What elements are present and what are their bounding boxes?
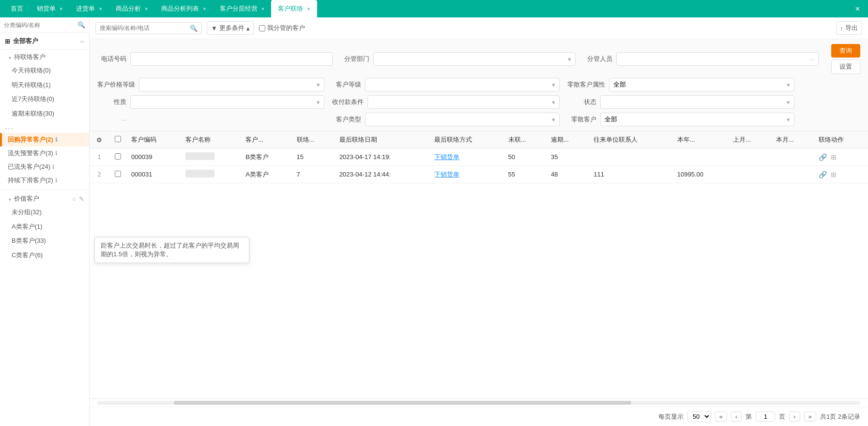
search-box[interactable]: 🔍 bbox=[95, 22, 202, 34]
sidebar-item-c-class[interactable]: C类客户(6) bbox=[0, 248, 89, 263]
filter-form: 电话号码 分管部门 分管人员 ··· bbox=[90, 39, 868, 132]
filter-manager: 分管人员 ··· bbox=[583, 52, 819, 66]
sidebar-item-ungroup[interactable]: 未分组(32) bbox=[0, 205, 89, 220]
nav-item-analysis[interactable]: 商品分析 × bbox=[109, 0, 154, 17]
col-code-header: 客户编码 bbox=[126, 132, 181, 148]
overdue-label: 逾期未联络(30) bbox=[12, 110, 54, 117]
next-page-btn[interactable]: › bbox=[789, 411, 800, 422]
row1-checkbox[interactable] bbox=[109, 148, 126, 166]
nature-chevron bbox=[317, 99, 320, 106]
sidebar-item-7days[interactable]: 近7天待联络(0) bbox=[0, 92, 89, 106]
nav-close-customer-layer[interactable]: × bbox=[261, 0, 264, 17]
more-label[interactable]: ... bbox=[5, 122, 14, 131]
filter-nature: 性质 bbox=[97, 95, 324, 109]
collapse-icon[interactable]: ‹‹ bbox=[80, 38, 84, 45]
row2-checkbox[interactable] bbox=[109, 166, 126, 183]
nav-item-sales[interactable]: 销货单 × bbox=[30, 0, 69, 17]
row2-more-icon[interactable]: ⊞ bbox=[831, 171, 837, 178]
sidebar-all-customers[interactable]: ⊞ 全部客户 ‹‹ bbox=[0, 33, 89, 50]
payment-select[interactable] bbox=[367, 95, 559, 109]
sidebar-item-b-class[interactable]: B类客户(33) bbox=[0, 234, 89, 248]
sidebar-item-lost[interactable]: 已流失客户(24) ℹ bbox=[0, 160, 89, 174]
customer-level-select[interactable] bbox=[365, 78, 559, 91]
sidebar-item-abnormal[interactable]: 回购异常客户(2) ℹ bbox=[0, 133, 89, 147]
row1-last-method[interactable]: 下销货单 bbox=[429, 148, 503, 166]
per-page-label: 每页显示 bbox=[658, 412, 684, 421]
filter-phone: 电话号码 bbox=[97, 52, 333, 66]
window-close-button[interactable]: ✕ bbox=[851, 3, 864, 15]
nav-item-home[interactable]: 首页 bbox=[4, 0, 30, 17]
nature-select[interactable] bbox=[130, 95, 324, 109]
nav-close-sales[interactable]: × bbox=[60, 0, 62, 17]
my-customers-checkbox[interactable]: 我分管的客户 bbox=[259, 24, 305, 32]
col-settings[interactable]: ⚙ bbox=[90, 132, 109, 148]
row1-num: 1 bbox=[90, 148, 109, 166]
select-all-checkbox[interactable] bbox=[115, 136, 121, 142]
filter-scatter-customer: 零散客户 全部 bbox=[567, 113, 794, 126]
nav-close-purchase[interactable]: × bbox=[99, 0, 102, 17]
nav-close-analysis[interactable]: × bbox=[145, 0, 148, 17]
nav-close-customer-contact[interactable]: × bbox=[307, 0, 310, 17]
row2-last-method[interactable]: 下销货单 bbox=[429, 166, 503, 183]
row1-name bbox=[181, 148, 241, 166]
query-button[interactable]: 查询 bbox=[831, 44, 860, 58]
my-customers-check[interactable] bbox=[259, 25, 265, 31]
value-customer-more[interactable]: ○ bbox=[72, 195, 76, 203]
settings-button[interactable]: 设置 bbox=[831, 59, 860, 74]
continuous-down-info-icon[interactable]: ℹ bbox=[55, 177, 58, 184]
page-size-select[interactable]: 50 bbox=[687, 411, 711, 422]
nav-item-customer-contact[interactable]: 客户联络 × bbox=[271, 0, 317, 17]
sidebar-item-tomorrow[interactable]: 明天待联络(1) bbox=[0, 78, 89, 92]
sidebar-search-input[interactable] bbox=[4, 22, 77, 29]
lost-pre-info-icon[interactable]: ℹ bbox=[55, 150, 58, 157]
row1-more-icon[interactable]: ⊞ bbox=[831, 153, 837, 161]
first-page-btn[interactable]: « bbox=[715, 411, 727, 422]
sidebar-item-continuous-down[interactable]: 持续下滑客户(2) ℹ bbox=[0, 174, 89, 187]
sidebar-item-lost-pre[interactable]: 流失预警客户(3) ℹ bbox=[0, 147, 89, 160]
nav-item-customer-layer[interactable]: 客户分层经营 × bbox=[213, 0, 271, 17]
search-input[interactable] bbox=[100, 25, 190, 31]
price-level-select[interactable] bbox=[139, 78, 324, 91]
last-page-btn[interactable]: » bbox=[804, 411, 816, 422]
prev-page-btn[interactable]: ‹ bbox=[731, 411, 742, 422]
nav-close-analysis-list[interactable]: × bbox=[203, 0, 206, 17]
sidebar-item-overdue[interactable]: 逾期未联络(30) bbox=[0, 106, 89, 121]
sidebar-item-a-class[interactable]: A类客户(1) bbox=[0, 220, 89, 234]
status-chevron bbox=[787, 99, 790, 106]
row2-check[interactable] bbox=[115, 171, 121, 177]
table-header: ⚙ 客户编码 客户名称 客户... 联络... 最后联络日期 最后联络方式 未联… bbox=[90, 132, 868, 148]
today-label: 今天待联络(0) bbox=[12, 67, 51, 74]
lost-info-icon[interactable]: ℹ bbox=[52, 163, 55, 170]
scatter-customer-select[interactable]: 全部 bbox=[600, 113, 794, 126]
status-select[interactable] bbox=[600, 95, 794, 109]
horizontal-scrollbar[interactable] bbox=[97, 401, 860, 405]
row1-check[interactable] bbox=[115, 153, 121, 160]
search-icon[interactable]: 🔍 bbox=[190, 25, 198, 32]
filter-status: 状态 bbox=[567, 95, 794, 109]
export-button[interactable]: ↑ 导出 bbox=[836, 21, 863, 35]
sidebar-search-icon[interactable]: 🔍 bbox=[77, 21, 85, 29]
payment-label: 收付款条件 bbox=[332, 98, 364, 106]
row2-overdue: 48 bbox=[546, 166, 589, 183]
customer-type-select[interactable] bbox=[365, 113, 559, 126]
manager-select[interactable]: ··· bbox=[616, 52, 819, 66]
sidebar-item-today[interactable]: 今天待联络(0) bbox=[0, 63, 89, 78]
nav-item-purchase[interactable]: 进货单 × bbox=[69, 0, 108, 17]
row2-contact-icon[interactable]: 🔗 bbox=[819, 171, 827, 178]
col-checkbox-header[interactable] bbox=[109, 132, 126, 148]
more-conditions-btn[interactable]: ▼ 更多条件 ▴ bbox=[207, 21, 254, 35]
expand-icon-pending bbox=[8, 54, 12, 61]
scrollbar-thumb[interactable] bbox=[174, 401, 632, 405]
scatter-attr-value: 全部 bbox=[613, 80, 626, 89]
value-customer-edit-icon[interactable]: ✎ bbox=[79, 195, 84, 203]
scatter-attr-select[interactable]: 全部 bbox=[609, 78, 794, 91]
abnormal-info-icon[interactable]: ℹ bbox=[55, 136, 58, 143]
dept-select[interactable] bbox=[373, 52, 576, 66]
page-input[interactable] bbox=[756, 411, 775, 422]
sidebar: 🔍 ⊞ 全部客户 ‹‹ 待联络客户 今天待联络(0) 明天待联络(1) 近7天待… bbox=[0, 17, 90, 426]
sidebar-value-customers[interactable]: 价值客户 ○ ✎ bbox=[0, 191, 89, 205]
sidebar-pending-contact[interactable]: 待联络客户 bbox=[0, 50, 89, 63]
phone-input[interactable] bbox=[130, 52, 333, 66]
nav-item-analysis-list[interactable]: 商品分析列表 × bbox=[154, 0, 213, 17]
row1-contact-icon[interactable]: 🔗 bbox=[819, 153, 827, 161]
